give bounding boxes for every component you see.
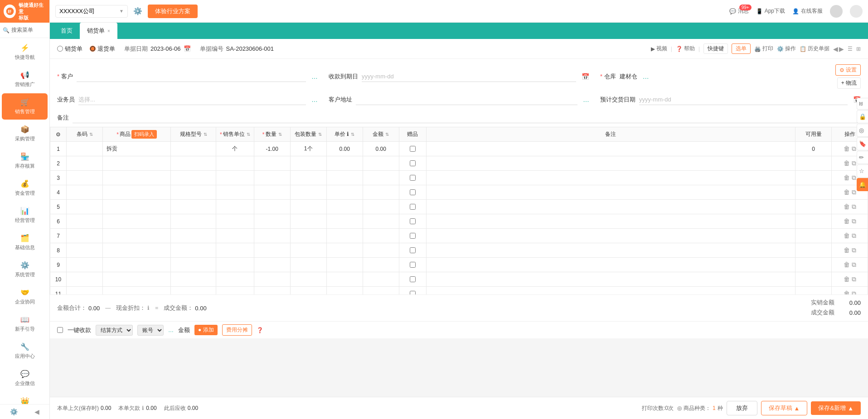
sidebar-item-member[interactable]: 👑 畅会员 — [2, 392, 48, 404]
cell-amount[interactable] — [363, 214, 399, 229]
radio-return-input[interactable] — [90, 46, 96, 52]
cell-note[interactable] — [426, 229, 795, 243]
avatar[interactable] — [830, 5, 843, 18]
delete-row-icon[interactable]: 🗑 — [844, 246, 850, 254]
copy-row-icon[interactable]: ⧉ — [852, 217, 856, 225]
delete-row-icon[interactable]: 🗑 — [844, 174, 850, 182]
gift-checkbox[interactable] — [410, 262, 416, 268]
payment-date-input[interactable] — [362, 71, 576, 82]
action-operate[interactable]: ⚙️ 操作 — [777, 45, 796, 53]
copy-row-icon[interactable]: ⧉ — [852, 174, 856, 182]
cell-spec[interactable] — [171, 258, 216, 272]
cell-qty[interactable] — [254, 272, 290, 287]
gift-checkbox[interactable] — [410, 146, 416, 152]
rfp-btn-7[interactable]: 🔔 — [857, 178, 868, 191]
cell-gift[interactable] — [399, 287, 426, 295]
cell-note[interactable] — [426, 142, 795, 156]
cell-note[interactable] — [426, 243, 795, 258]
cell-unit[interactable] — [216, 214, 254, 229]
cell-gift[interactable] — [399, 243, 426, 258]
delete-row-icon[interactable]: 🗑 — [844, 203, 850, 211]
cell-amount[interactable] — [363, 156, 399, 171]
cell-pkgqty[interactable] — [290, 200, 326, 214]
th-barcode[interactable]: 条码⇅ — [67, 127, 103, 142]
delete-row-icon[interactable]: 🗑 — [844, 232, 850, 240]
sidebar-item-quick-nav[interactable]: ⚡ 快捷导航 — [2, 39, 48, 65]
cell-qty[interactable] — [254, 200, 290, 214]
gift-checkbox[interactable] — [410, 218, 416, 224]
cell-qty[interactable] — [254, 229, 290, 243]
sidebar-item-finance[interactable]: 💰 资金管理 — [2, 175, 48, 201]
salesman-input[interactable] — [78, 94, 306, 105]
cash-discount-help-icon[interactable]: ℹ — [147, 305, 150, 311]
cell-unit[interactable] — [216, 185, 254, 200]
cell-gift[interactable] — [399, 214, 426, 229]
cell-barcode[interactable] — [67, 185, 103, 200]
cell-price[interactable] — [326, 258, 363, 272]
copy-row-icon[interactable]: ⧉ — [852, 203, 856, 211]
cell-barcode[interactable] — [67, 272, 103, 287]
payment-dots-icon[interactable]: … — [168, 327, 174, 333]
cell-spec[interactable] — [171, 272, 216, 287]
rfp-btn-3[interactable]: ◎ — [857, 124, 868, 137]
cell-product[interactable] — [103, 229, 171, 243]
logistics-button[interactable]: + 物流 — [837, 77, 861, 89]
cell-note[interactable] — [426, 185, 795, 200]
cell-note[interactable] — [426, 258, 795, 272]
cell-barcode[interactable] — [67, 258, 103, 272]
cell-unit[interactable] — [216, 243, 254, 258]
sidebar-collapse-icon[interactable]: ◀ — [34, 408, 39, 415]
gift-checkbox[interactable] — [410, 189, 416, 195]
action-print[interactable]: 🖨️ 打印 — [754, 45, 773, 53]
gift-checkbox[interactable] — [410, 233, 416, 239]
save-draft-button[interactable]: 保存草稿 ▲ — [761, 401, 808, 415]
radio-sales-order[interactable]: 销货单 — [57, 45, 82, 53]
cell-price[interactable] — [326, 243, 363, 258]
cell-product[interactable] — [103, 185, 171, 200]
th-settings[interactable]: ⚙ — [50, 127, 67, 142]
cell-gift[interactable] — [399, 156, 426, 171]
scan-button[interactable]: 扫码录入 — [131, 130, 157, 139]
cell-qty[interactable] — [254, 171, 290, 185]
cell-barcode[interactable] — [67, 171, 103, 185]
cell-product[interactable] — [103, 214, 171, 229]
cell-product[interactable] — [103, 258, 171, 272]
cell-product[interactable] — [103, 243, 171, 258]
table-scroll[interactable]: ⚙ 条码⇅ *商品 扫码录入 — [50, 127, 868, 294]
gift-checkbox[interactable] — [410, 175, 416, 181]
tab-sales-order[interactable]: 销货单 × — [80, 23, 117, 39]
settings-button[interactable]: ⚙ 设置 — [835, 64, 861, 76]
cell-gift[interactable] — [399, 229, 426, 243]
gift-checkbox[interactable] — [410, 160, 416, 166]
save-new-button[interactable]: 保存&新增 ▲ — [811, 401, 861, 415]
cell-amount[interactable]: 0.00 — [363, 142, 399, 156]
cell-note[interactable] — [426, 287, 795, 295]
customer-addr-input[interactable] — [356, 94, 577, 105]
salesman-dots-icon[interactable]: … — [311, 96, 318, 103]
customer-dots-icon[interactable]: … — [311, 73, 318, 80]
fee-split-button[interactable]: 费用分摊 — [222, 324, 252, 336]
sidebar-item-purchase[interactable]: 📦 采购管理 — [2, 120, 48, 147]
cell-qty[interactable] — [254, 243, 290, 258]
cell-amount[interactable] — [363, 258, 399, 272]
delete-row-icon[interactable]: 🗑 — [844, 145, 850, 153]
action-history[interactable]: 📋 历史单据 — [800, 45, 829, 53]
delete-row-icon[interactable]: 🗑 — [844, 217, 850, 225]
cell-product[interactable]: 拆贡 — [103, 142, 171, 156]
rfp-btn-4[interactable]: 🔖 — [857, 137, 868, 150]
cell-price[interactable] — [326, 200, 363, 214]
cell-gift[interactable] — [399, 258, 426, 272]
gift-checkbox[interactable] — [410, 247, 416, 253]
cell-note[interactable] — [426, 200, 795, 214]
cell-product[interactable] — [103, 200, 171, 214]
cell-unit[interactable] — [216, 200, 254, 214]
sidebar-item-operations[interactable]: 📊 经营管理 — [2, 202, 48, 228]
select-button[interactable]: 选单 — [732, 43, 751, 54]
fee-help-icon[interactable]: ❓ — [257, 327, 263, 333]
rfp-btn-1[interactable]: Itl — [857, 98, 868, 110]
th-gift[interactable]: 赠品 — [399, 127, 426, 142]
th-price[interactable]: 单价 ℹ⇅ — [326, 127, 363, 142]
cell-price[interactable]: 0.00 — [326, 142, 363, 156]
cell-qty[interactable] — [254, 156, 290, 171]
delete-row-icon[interactable]: 🗑 — [844, 261, 850, 269]
